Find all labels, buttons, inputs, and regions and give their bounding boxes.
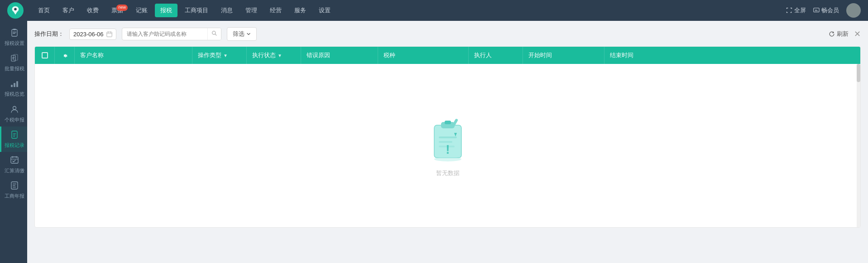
nav-item-工商项目[interactable]: 工商项目 (179, 4, 214, 17)
svg-rect-16 (13, 135, 15, 135)
search-button[interactable] (207, 28, 221, 40)
nav-item-首页[interactable]: 首页 (33, 4, 55, 17)
sidebar-icon-1 (10, 54, 19, 64)
table-header: 客户名称 操作类型 ▼ 执行状态 ▼ 错误原因 税种 执行人 开始时间 (35, 47, 860, 64)
member-button[interactable]: 畅会员 (813, 6, 839, 15)
th-op-type: 操作类型 ▼ (192, 47, 247, 64)
toolbar: 操作日期： 2023-06-06 筛选 (34, 27, 861, 41)
sidebar-label-4: 报税记录 (5, 142, 24, 148)
chevron-down-icon (246, 32, 251, 36)
sidebar-label-1: 批量报税 (5, 66, 24, 72)
svg-rect-17 (13, 136, 15, 136)
empty-illustration: ! (425, 114, 470, 164)
svg-rect-10 (11, 85, 13, 87)
nav-items: 首页客户收费票据new记账报税工商项目消息管理经营服务设置 (33, 4, 786, 17)
avatar[interactable] (846, 3, 861, 18)
th-end-time: 结束时间 (604, 47, 672, 64)
th-start-time: 开始时间 (523, 47, 604, 64)
sidebar-label-6: 工商年报 (5, 193, 24, 199)
svg-rect-28 (439, 136, 457, 138)
nav-item-经营[interactable]: 经营 (264, 4, 287, 17)
search-input[interactable] (122, 29, 207, 39)
svg-rect-18 (11, 157, 18, 163)
th-customer: 客户名称 (75, 47, 192, 64)
sidebar-icon-2 (10, 79, 19, 89)
nav-item-消息[interactable]: 消息 (216, 4, 238, 17)
svg-rect-4 (13, 32, 16, 33)
th-error-reason: 错误原因 (301, 47, 378, 64)
sidebar-item-报税设置[interactable]: 报税设置 (0, 24, 27, 50)
nav-item-客户[interactable]: 客户 (57, 4, 80, 17)
sidebar-label-0: 报税设置 (5, 40, 24, 46)
sidebar: 报税设置 批量报税 报税总览 个税申报 报税记录 汇算清缴 工商年报 (0, 21, 27, 263)
table-container: 客户名称 操作类型 ▼ 执行状态 ▼ 错误原因 税种 执行人 开始时间 (34, 46, 861, 228)
sidebar-item-报税总览[interactable]: 报税总览 (0, 75, 27, 101)
svg-rect-23 (106, 32, 111, 37)
th-exec-status: 执行状态 ▼ (247, 47, 301, 64)
nav-item-记账[interactable]: 记账 (130, 4, 153, 17)
sidebar-item-个税申报[interactable]: 个税申报 (0, 101, 27, 127)
sidebar-icon-4 (10, 130, 19, 141)
nav-item-票据[interactable]: 票据new (106, 4, 129, 17)
svg-rect-2 (12, 29, 17, 36)
scroll-thumb[interactable] (857, 64, 860, 82)
date-value: 2023-06-06 (73, 31, 104, 38)
search-icon (211, 30, 217, 36)
scroll-track[interactable] (857, 64, 860, 227)
date-picker[interactable]: 2023-06-06 (69, 29, 116, 40)
sidebar-item-批量报税[interactable]: 批量报税 (0, 50, 27, 75)
sidebar-item-报税记录[interactable]: 报税记录 (0, 127, 27, 152)
filter-button[interactable]: 筛选 (227, 27, 257, 41)
fullscreen-button[interactable]: 全屏 (786, 6, 806, 15)
svg-point-13 (13, 106, 16, 109)
sidebar-icon-5 (10, 156, 19, 166)
date-label: 操作日期： (34, 30, 64, 38)
sort-icon-op-type: ▼ (223, 53, 228, 58)
calendar-icon (106, 31, 112, 37)
search-box (122, 28, 221, 40)
toolbar-right: 刷新 ✕ (829, 30, 861, 38)
sidebar-item-工商年报[interactable]: 工商年报 (0, 177, 27, 203)
main-content: 操作日期： 2023-06-06 筛选 (27, 21, 868, 263)
th-executor: 执行人 (469, 47, 523, 64)
svg-rect-21 (13, 185, 15, 186)
nav-item-报税[interactable]: 报税 (155, 4, 177, 17)
nav-item-管理[interactable]: 管理 (240, 4, 263, 17)
select-all-checkbox[interactable] (42, 52, 48, 58)
refresh-button[interactable]: 刷新 (829, 30, 849, 38)
sidebar-label-3: 个税申报 (5, 117, 24, 123)
nav-item-服务[interactable]: 服务 (289, 4, 312, 17)
nav-item-设置[interactable]: 设置 (313, 4, 336, 17)
svg-rect-11 (14, 83, 15, 87)
th-tax-type: 税种 (378, 47, 469, 64)
th-checkbox[interactable] (35, 47, 55, 64)
svg-rect-15 (13, 133, 16, 134)
sidebar-item-汇算清缴[interactable]: 汇算清缴 (0, 152, 27, 177)
svg-rect-12 (16, 81, 18, 87)
sidebar-label-2: 报税总览 (5, 91, 24, 97)
empty-svg: ! (425, 114, 470, 164)
svg-rect-27 (445, 121, 451, 124)
refresh-icon (829, 31, 835, 37)
gear-icon (62, 52, 68, 58)
app-logo[interactable] (7, 2, 24, 19)
svg-rect-3 (13, 29, 16, 30)
sort-icon-exec-status: ▼ (278, 53, 282, 58)
table-body: ! 暂无数据 (35, 64, 860, 227)
svg-rect-22 (13, 187, 16, 187)
svg-point-35 (434, 157, 461, 161)
sidebar-icon-6 (10, 181, 19, 191)
empty-text: 暂无数据 (436, 169, 460, 177)
top-nav-right: 全屏 畅会员 (786, 3, 861, 18)
close-button[interactable]: ✕ (854, 30, 861, 38)
sidebar-label-5: 汇算清缴 (5, 168, 24, 174)
nav-item-收费[interactable]: 收费 (82, 4, 104, 17)
svg-rect-9 (12, 58, 14, 59)
svg-text:!: ! (446, 142, 450, 156)
th-gear[interactable] (55, 47, 75, 64)
svg-rect-20 (13, 184, 16, 184)
svg-point-0 (14, 8, 17, 11)
svg-rect-8 (12, 57, 14, 58)
svg-rect-5 (13, 33, 15, 34)
sidebar-icon-0 (10, 28, 19, 39)
